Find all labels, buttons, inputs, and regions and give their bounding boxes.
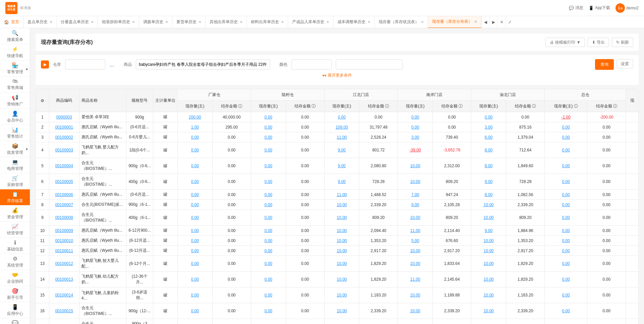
cell-yuebei-stock[interactable]: 0.00 <box>471 112 506 122</box>
tab-close-icon[interactable]: ✕ <box>240 20 243 24</box>
cell-total-stock[interactable]: 0.00 <box>545 256 587 272</box>
tab-nav-left[interactable]: ◀ <box>481 16 489 28</box>
tab-stock-status[interactable]: 现存量（库存状况表） ✕ <box>375 16 428 28</box>
sidebar-item-collab[interactable]: 🤝 企业协同 <box>0 270 30 286</box>
cell-total-stock[interactable]: 0.00 <box>545 246 587 256</box>
warehouse-ellipsis[interactable]: ... <box>109 61 114 68</box>
cell-total-stock[interactable]: -1.00 <box>545 112 587 122</box>
app-download-btn[interactable]: 📱 App下载 <box>589 5 610 11</box>
cell-luchen-stock[interactable]: 0.00 <box>251 142 286 158</box>
tab-expand[interactable]: ⤢ <box>505 16 514 28</box>
cell-luchen-stock[interactable]: 0.00 <box>251 190 286 200</box>
cell-yuebei-stock[interactable]: 10.00 <box>471 256 506 272</box>
cell-code[interactable]: 00100014 <box>49 287 79 303</box>
cell-nanan-stock[interactable]: 10.00 <box>398 303 433 319</box>
cell-factory-stock[interactable]: 0.00 <box>177 200 212 210</box>
cell-luchen-stock[interactable]: 0.00 <box>251 122 286 132</box>
cell-luchen-stock[interactable]: 0.00 <box>251 200 286 210</box>
cell-factory-stock[interactable]: 0.00 <box>177 132 212 142</box>
sidebar-item-retail-stats[interactable]: 📊 零售统计 <box>0 125 30 141</box>
cell-luchen-stock[interactable]: 0.00 <box>251 226 286 236</box>
cell-code[interactable]: 00100007 <box>49 200 79 210</box>
cell-factory-stock[interactable]: 0.00 <box>177 142 212 158</box>
sidebar-item-basic-info[interactable]: ℹ 基础信息 <box>0 238 30 254</box>
tab-close-icon[interactable]: ✕ <box>326 20 329 24</box>
sidebar-item-ecommerce[interactable]: 💻 电商管理 <box>0 157 30 173</box>
cell-nanan-stock[interactable]: 5.00 <box>398 236 433 246</box>
cell-luchen-stock[interactable]: 0.00 <box>251 132 286 142</box>
cell-code[interactable]: 00100010 <box>49 236 79 246</box>
cell-jiangbei-stock[interactable]: 9.00 <box>324 142 359 158</box>
cell-total-stock[interactable]: 0.00 <box>545 236 587 246</box>
cell-code[interactable]: 00100006 <box>49 190 79 200</box>
cell-nanan-stock[interactable]: 11.00 <box>398 272 433 287</box>
cell-nanan-stock[interactable]: 0.00 <box>398 112 433 122</box>
cell-luchen-stock[interactable]: 0.00 <box>251 158 286 174</box>
sidebar-item-inventory[interactable]: 📋 库存核算 <box>0 189 30 205</box>
sidebar-item-operations[interactable]: 📈 经营管理 <box>0 222 30 238</box>
cell-nanan-stock[interactable]: 3.00 <box>398 132 433 142</box>
cell-total-stock[interactable]: 0.00 <box>545 287 587 303</box>
sidebar-item-search[interactable]: 🔍 搜索英单 <box>0 28 30 44</box>
cell-jiangbei-stock[interactable]: 10.00 <box>324 272 359 287</box>
cell-factory-stock[interactable]: 0.00 <box>177 190 212 200</box>
cell-yuebei-stock[interactable]: 10.00 <box>471 272 506 287</box>
cell-luchen-stock[interactable]: 0.00 <box>251 319 286 324</box>
cell-factory-stock[interactable]: 0.00 <box>177 174 212 190</box>
cell-code[interactable]: 00100003 <box>49 142 79 158</box>
cell-factory-stock[interactable]: 0.00 <box>177 256 212 272</box>
cell-code[interactable]: 00100005 <box>49 174 79 190</box>
tab-partial-check[interactable]: 分量盘点单历史 ✕ <box>57 16 98 28</box>
cell-total-stock[interactable]: 0.00 <box>545 132 587 142</box>
cell-jiangbei-stock[interactable]: 10.00 <box>324 319 359 324</box>
cell-jiangbei-stock[interactable]: 9.00 <box>324 174 359 190</box>
cell-total-stock[interactable]: 0.00 <box>545 174 587 190</box>
refresh-btn[interactable]: ↻ 刷新 <box>612 38 633 47</box>
tab-close-icon[interactable]: ✕ <box>165 20 168 24</box>
cell-factory-stock[interactable]: 1.00 <box>177 122 212 132</box>
tab-close-all[interactable]: ✕ <box>497 16 505 28</box>
sidebar-item-system[interactable]: ⚙ 系统管理 <box>0 254 30 270</box>
cell-nanan-stock[interactable]: 7.00 <box>398 190 433 200</box>
cell-nanan-stock[interactable]: 3.00 <box>398 319 433 324</box>
tab-product-in[interactable]: 产成品入库单历史 ✕ <box>288 16 333 28</box>
cell-total-stock[interactable]: 0.00 <box>545 319 587 324</box>
cell-jiangbei-stock[interactable]: 109.00 <box>324 122 359 132</box>
tab-close-icon[interactable]: ✕ <box>474 20 477 24</box>
user-profile[interactable]: Ea demo2 <box>615 3 639 13</box>
cell-total-stock[interactable]: 0.00 <box>545 303 587 319</box>
tab-material-out[interactable]: 材料出库单历史 ✕ <box>247 16 288 28</box>
tab-close-icon[interactable]: ✕ <box>132 20 135 24</box>
cell-yuebei-stock[interactable]: 10.00 <box>471 210 506 226</box>
tab-other-out[interactable]: 其他出库单历史 ✕ <box>206 16 247 28</box>
cell-yuebei-stock[interactable]: 10.00 <box>471 246 506 256</box>
cell-code[interactable]: 00100004 <box>49 158 79 174</box>
cell-yuebei-stock[interactable]: 8.00 <box>471 142 506 158</box>
cell-code[interactable]: 00100009 <box>49 226 79 236</box>
warehouse-input[interactable] <box>65 59 105 70</box>
cell-luchen-stock[interactable]: 0.00 <box>251 287 286 303</box>
tab-cost-adjust[interactable]: 成本调整单历史 ✕ <box>333 16 375 28</box>
cell-jiangbei-stock[interactable]: 9.00 <box>324 158 359 174</box>
cell-nanan-stock[interactable]: 10.00 <box>398 210 433 226</box>
cell-total-stock[interactable]: 0.00 <box>545 210 587 226</box>
cell-yuebei-stock[interactable]: 10.00 <box>471 236 506 246</box>
tab-home[interactable]: 🏠 首页 <box>0 16 23 28</box>
cell-code[interactable]: 0000003 <box>49 112 79 122</box>
cell-jiangbei-stock[interactable]: 10.00 <box>324 226 359 236</box>
expand-conditions-btn[interactable]: ▾▾ 展开更多条件 <box>322 73 352 78</box>
cell-code[interactable]: 00100002 <box>49 132 79 142</box>
cell-total-stock[interactable]: 0.00 <box>545 142 587 158</box>
cell-factory-stock[interactable]: 0.00 <box>177 319 212 324</box>
cell-luchen-stock[interactable]: 0.00 <box>251 303 286 319</box>
tab-close-icon[interactable]: ✕ <box>421 20 424 24</box>
cell-yuebei-stock[interactable]: 10.00 <box>471 319 506 324</box>
cell-luchen-stock[interactable]: 0.00 <box>251 210 286 226</box>
cell-luchen-stock[interactable]: 0.00 <box>251 272 286 287</box>
sidebar-item-marketing[interactable]: 📢 营销推广 <box>0 93 30 109</box>
setting-btn[interactable]: 设置 <box>616 59 633 68</box>
tab-close-icon[interactable]: ✕ <box>281 20 284 24</box>
cell-nanan-stock[interactable]: 0.00 <box>398 122 433 132</box>
cell-jiangbei-stock[interactable]: 10.00 <box>324 200 359 210</box>
sidebar-item-guide[interactable]: 🎯 新手引导 <box>0 286 30 302</box>
